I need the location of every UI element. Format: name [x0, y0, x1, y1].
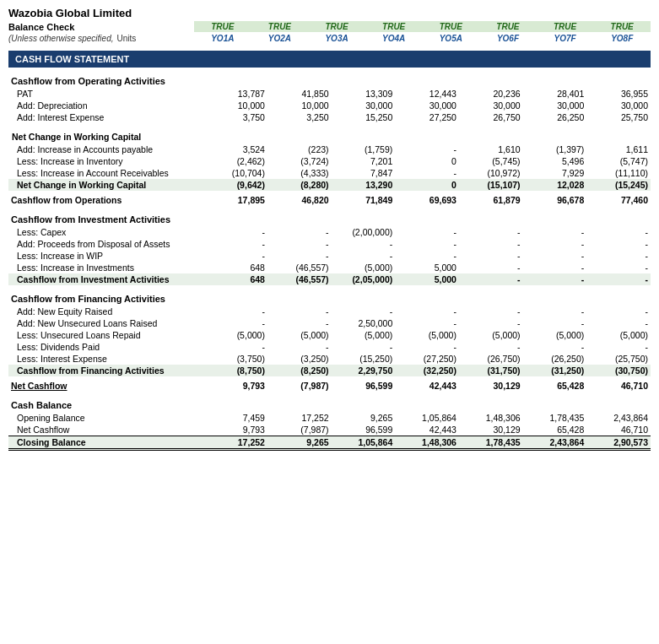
table-row: Less: Dividends Paid - - - - - - -	[8, 341, 651, 353]
true-label: TRUE	[194, 21, 251, 32]
unless-label: (Unless otherwise specified,	[8, 34, 114, 43]
section-header: CASH FLOW STATEMENT	[8, 51, 651, 68]
financing-total-row: Cashflow from Financing Activities (8,75…	[8, 365, 651, 376]
year-col: YO2A	[251, 33, 309, 44]
investment-total-row: Cashflow from Investment Activities 648 …	[8, 273, 651, 285]
true-label: TRUE	[251, 21, 309, 32]
year-col: YO4A	[365, 33, 423, 44]
table-row: Less: Increase in Inventory (2,462) (3,7…	[8, 155, 651, 167]
table-row: Less: Interest Expense (3,750) (3,250) (…	[8, 353, 651, 365]
true-labels-row: TRUETRUETRUETRUETRUETRUETRUETRUE	[194, 21, 651, 32]
true-label: TRUE	[423, 21, 480, 32]
table-row: Add: New Equity Raised - - - - - - -	[8, 306, 651, 317]
wc-title: Net Change in Working Capital	[8, 127, 203, 143]
table-row: Less: Increase in Investments 648 (46,55…	[8, 262, 651, 273]
year-col: YO1A	[194, 33, 251, 44]
net-cashflow-balance-row: Net Cashflow 9,793 (7,987) 96,599 42,443…	[8, 424, 651, 436]
closing-balance-row: Closing Balance 17,252 9,265 1,05,864 1,…	[8, 436, 651, 450]
true-label: TRUE	[479, 21, 537, 32]
true-label: TRUE	[593, 21, 651, 32]
investment-title: Cashflow from Investment Activities	[8, 209, 203, 226]
table-row: PAT 13,787 41,850 13,309 12,443 20,236 2…	[8, 88, 651, 100]
year-col: YO7F	[537, 33, 594, 44]
net-wc-row: Net Change in Working Capital (9,642) (8…	[8, 179, 651, 191]
table-row: Add: Depreciation 10,000 10,000 30,000 3…	[8, 100, 651, 111]
balance-check-label: Balance Check	[8, 22, 194, 32]
true-label: TRUE	[308, 21, 365, 32]
units-label: Units	[117, 34, 137, 43]
table-row: Add: Interest Expense 3,750 3,250 15,250…	[8, 111, 651, 123]
table-row: Less: Unsecured Loans Repaid (5,000) (5,…	[8, 329, 651, 341]
year-col: YO6F	[479, 33, 537, 44]
table-row: Add: Increase in Accounts payable 3,524 …	[8, 143, 651, 155]
operating-title: Cashflow from Operating Activities	[8, 71, 203, 88]
true-label: TRUE	[537, 21, 594, 32]
table-row: Add: Proceeds from Disposal of Assets - …	[8, 238, 651, 250]
company-title: Wazobia Global Limited	[8, 7, 651, 19]
opening-balance-row: Opening Balance 7,459 17,252 9,265 1,05,…	[8, 412, 651, 424]
year-col: YO8F	[593, 33, 651, 44]
net-cashflow-row: Net Cashflow 9,793 (7,987) 96,599 42,443…	[8, 380, 651, 392]
true-label: TRUE	[365, 21, 423, 32]
table-row: Add: New Unsecured Loans Raised - - 2,50…	[8, 317, 651, 329]
table-row: Less: Increase in Account Receivables (1…	[8, 167, 651, 179]
table-row: Less: Capex - - (2,00,000) - - - -	[8, 226, 651, 238]
year-cols-row: YO1AYO2AYO3AYO4AYO5AYO6FYO7FYO8F	[194, 33, 651, 44]
year-col: YO3A	[308, 33, 365, 44]
financing-title: Cashflow from Financing Activities	[8, 289, 203, 306]
cash-balance-title: Cash Balance	[8, 395, 203, 412]
table-row: Less: Increase in WIP - - - - - - -	[8, 250, 651, 262]
year-col: YO5A	[423, 33, 480, 44]
cashflow-ops-row: Cashflow from Operations 17,895 46,820 7…	[8, 194, 651, 206]
